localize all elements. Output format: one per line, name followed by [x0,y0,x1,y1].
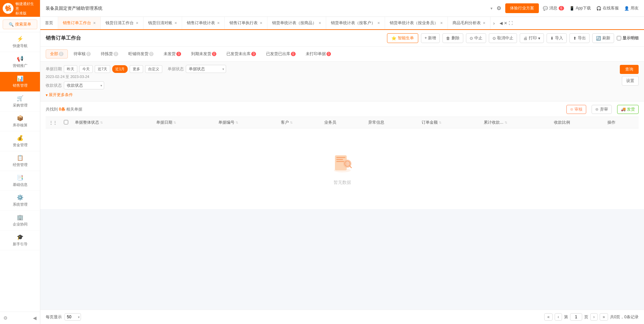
tab-more-button[interactable]: › [490,21,498,26]
date-7days[interactable]: 近7天 [95,65,110,73]
tab-close-cash-account[interactable]: ✕ [174,21,177,25]
stop-button[interactable]: ⊙ 中止 [466,33,486,43]
sidebar-item-operations[interactable]: 📋 经营管理 [0,151,40,171]
sidebar-item-sales[interactable]: 📊 销售管理 [0,72,40,92]
tab-close-all[interactable]: ✕ [504,21,507,26]
filter-tab-expired[interactable]: 到期未发货0 [187,49,221,58]
online-service-button[interactable]: 🎧 在线客服 [596,5,619,11]
page-size-select[interactable]: 50 10 20 100 [65,313,81,321]
print-button[interactable]: 🖨 打印 ▾ [520,33,544,43]
sidebar-item-newbie[interactable]: 🎓 新手引导 [0,231,40,250]
payment-select[interactable]: 收款状态 [64,81,104,89]
newbie-icon: 🎓 [17,234,24,240]
sort-customer-icon[interactable]: ⇅ [290,121,293,124]
smart-generate-button[interactable]: ⭐ 智能生单 [387,33,418,43]
tab-fullscreen[interactable]: ⛶ [509,21,513,26]
revoke-button[interactable]: ⊙ 弃审 [592,105,611,114]
first-page-button[interactable]: « [544,313,553,321]
tab-sales-summary-product[interactable]: 销货单统计表（按商品） ✕ [267,17,326,29]
filter-tab-not-printed[interactable]: 未打印单据0 [301,49,336,58]
refresh-button[interactable]: 🔄 刷新 [592,33,614,43]
tab-close-sales-stats[interactable]: ✕ [217,21,220,25]
filter-tab-pending-review[interactable]: 待审核0 [69,49,95,58]
import-button[interactable]: ⬇ 导入 [547,33,567,43]
last-page-button[interactable]: » [600,313,608,321]
date-1month[interactable]: 近1月 [112,65,128,73]
date-more[interactable]: 更多 [130,65,143,73]
tab-close-cash-daily[interactable]: ✕ [136,21,138,25]
cancel-stop-button[interactable]: ⊙ 取消中止 [489,33,517,43]
date-yesterday[interactable]: 昨天 [64,65,77,73]
filter-tab-wangpu[interactable]: 旺铺待发货0 [124,49,158,58]
cta-button[interactable]: 体验行业方案 [505,3,539,13]
filter-setting-button[interactable]: 设置 [622,76,639,86]
sort-amount-icon[interactable]: ⇅ [439,121,441,124]
page-number-input[interactable] [570,313,582,321]
sidebar-item-inventory[interactable]: 📦 库存核算 [0,112,40,131]
show-detail-toggle[interactable]: 显示明细 [617,35,639,41]
tab-sales-exec[interactable]: 销售订单执行表 ✕ [225,17,267,29]
search-menu-button[interactable]: 🔍 搜索菜单 [3,19,37,29]
status-select[interactable]: 单据状态 [186,65,226,73]
gear-icon[interactable]: ⚙ [497,5,501,11]
sidebar-item-finance[interactable]: 💰 资金管理 [0,131,40,151]
tab-close-sales-exec[interactable]: ✕ [260,21,262,25]
search-button[interactable]: 查询 [620,65,639,74]
tab-cash-account[interactable]: 钱货日清对账 ✕ [143,17,182,29]
sort-status-icon[interactable]: ⇅ [100,121,103,124]
filter-tab-pending-check[interactable]: 待拣货0 [96,49,123,58]
tab-close-sales-summary-product[interactable]: ✕ [318,21,321,25]
sort-number-icon[interactable]: ⇅ [235,121,238,124]
message-button[interactable]: 💬 消息 6 [543,5,564,11]
app-download-button[interactable]: 📱 App下载 [569,5,591,11]
filter-tab-shipped-not-out[interactable]: 已发货未出库0 [222,49,260,58]
tab-sales-summary-customer[interactable]: 销货单统计表（按客户） ✕ [326,17,385,29]
sidebar-item-marketing[interactable]: 📢 营销推广 [0,52,40,72]
tab-sales-order[interactable]: 销售订单工作台 ✕ [58,17,101,30]
tab-sales-summary-staff[interactable]: 销货单统计表（按业务员） ✕ [385,17,448,29]
add-button[interactable]: + 新增 [421,33,440,43]
sales-icon: 📊 [17,75,24,82]
audit-button[interactable]: ⊙ 审核 [566,105,586,114]
expand-conditions-button[interactable]: ▾ 展开更多条件 [46,92,616,98]
tab-home[interactable]: 首页 [40,17,58,29]
table-area: 共找到 0条 相关单据 ⊙ 审核 ⊙ 弃审 [40,102,644,209]
settings-button[interactable]: ⚙ [3,315,8,321]
pagination-left: 每页显示 50 10 20 100 ▾ [46,313,81,321]
export-button[interactable]: ⬆ 导出 [569,33,590,43]
sidebar-item-enterprise[interactable]: 🏢 企业协同 [0,211,40,231]
tab-margin-analysis[interactable]: 商品毛利分析表 ✕ [448,17,490,29]
tab-close-sales-summary-customer[interactable]: ✕ [377,21,380,25]
select-all-checkbox[interactable] [64,120,68,124]
system-icon: ⚙️ [17,194,24,201]
sort-date-icon[interactable]: ⇅ [173,121,176,124]
user-menu-button[interactable]: 👤 用友 [624,5,639,11]
tab-nav-prev[interactable]: ◀ [500,21,503,26]
sort-collected-icon[interactable]: ⇅ [505,121,507,124]
date-custom[interactable]: 自定义 [145,65,162,73]
tab-sales-stats[interactable]: 销售订单统计表 ✕ [182,17,225,29]
filter-tab-shipped-out[interactable]: 已发货已出库0 [262,49,300,58]
sidebar-item-quick[interactable]: ⚡ 快捷导航 [0,32,40,52]
show-detail-checkbox[interactable] [617,36,621,40]
filter-tab-all[interactable]: 全部0 [46,49,68,58]
work-title: 销售订单工作台 [46,35,81,41]
sidebar-item-basic[interactable]: 📑 基础信息 [0,171,40,191]
next-page-button[interactable]: › [590,313,598,321]
filter-tab-not-shipped[interactable]: 未发货0 [159,49,185,58]
table-summary-right: ⊙ 审核 ⊙ 弃审 🚚 发货 [566,105,639,114]
tab-cash-daily[interactable]: 钱货日清工作台 ✕ [101,17,143,29]
quick-icon: ⚡ [17,36,24,42]
prev-page-button[interactable]: ‹ [555,313,562,321]
tab-close-sales-summary-staff[interactable]: ✕ [440,21,443,25]
sidebar-item-purchase[interactable]: 🛒 采购管理 [0,92,40,112]
date-today[interactable]: 今天 [79,65,93,73]
expand-icon[interactable]: ▾ [490,6,492,11]
collapse-button[interactable]: ◀ [33,315,37,321]
tab-close-margin-analysis[interactable]: ✕ [483,21,485,25]
tab-close-sales-order[interactable]: ✕ [93,21,96,25]
chevron-down-icon: ▾ [46,93,48,97]
delete-button[interactable]: 🗑 删除 [442,33,463,43]
sidebar-item-system[interactable]: ⚙️ 系统管理 [0,191,40,211]
ship-button[interactable]: 🚚 发货 [617,105,639,114]
